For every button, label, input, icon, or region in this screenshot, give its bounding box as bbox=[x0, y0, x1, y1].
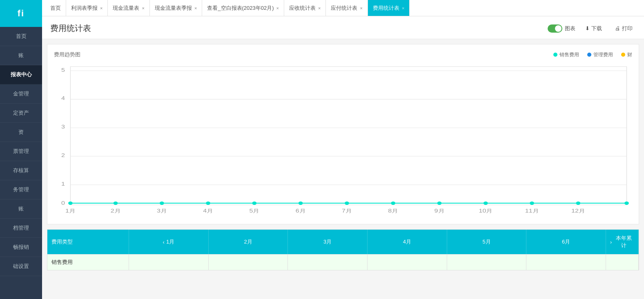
cell-ytd bbox=[606, 255, 639, 270]
tab-receivable[interactable]: 应收统计表 × bbox=[284, 0, 326, 16]
tab-blank-report[interactable]: 查看_空白报表(2023年02月) × bbox=[202, 0, 284, 16]
close-tab-receivable[interactable]: × bbox=[318, 6, 321, 11]
svg-text:2月: 2月 bbox=[111, 208, 121, 214]
tab-home[interactable]: 首页 bbox=[45, 0, 66, 16]
cell-m4 bbox=[368, 255, 447, 270]
svg-point-14 bbox=[114, 202, 118, 205]
sidebar-item-ledger[interactable]: 账 bbox=[0, 199, 42, 219]
legend-sales: 销售费用 bbox=[553, 51, 579, 58]
legend-dot-sales bbox=[553, 53, 557, 57]
download-button[interactable]: ⬇ 下载 bbox=[582, 23, 605, 34]
close-tab-profit-quarterly[interactable]: × bbox=[100, 6, 103, 11]
svg-text:4月: 4月 bbox=[203, 208, 213, 214]
content-area: 费用统计表 图表 ⬇ 下载 🖨 打印 费用趋势图 bbox=[42, 16, 644, 299]
sidebar-item-home[interactable]: 首页 bbox=[0, 27, 42, 46]
print-icon: 🖨 bbox=[615, 25, 620, 31]
cell-m5 bbox=[447, 255, 527, 270]
svg-text:6月: 6月 bbox=[296, 208, 306, 214]
sidebar: fi 首页 账 报表中心 金管理 定资产 资 票管理 存核算 务管理 账 档管理… bbox=[0, 0, 42, 299]
tab-bar: 首页 利润表季报 × 现金流量表 × 现金流量表季报 × 查看_空白报表(202… bbox=[42, 0, 644, 16]
tab-payable[interactable]: 应付统计表 × bbox=[326, 0, 368, 16]
print-button[interactable]: 🖨 打印 bbox=[612, 23, 636, 34]
sidebar-item-finance[interactable]: 金管理 bbox=[0, 84, 42, 104]
chart-toggle[interactable] bbox=[548, 24, 562, 33]
table-row: 销售费用 bbox=[47, 254, 639, 270]
legend-dot-admin bbox=[587, 53, 591, 57]
next-arrow-icon[interactable]: › bbox=[610, 239, 612, 245]
sidebar-item-settings[interactable]: 础设置 bbox=[0, 257, 42, 276]
col-month3: 3月 bbox=[288, 230, 368, 254]
svg-text:11月: 11月 bbox=[525, 208, 539, 214]
main-area: 首页 利润表季报 × 现金流量表 × 现金流量表季报 × 查看_空白报表(202… bbox=[42, 0, 644, 299]
svg-point-21 bbox=[437, 202, 442, 205]
svg-point-19 bbox=[345, 202, 349, 205]
sidebar-item-service[interactable]: 务管理 bbox=[0, 180, 42, 199]
svg-text:5: 5 bbox=[61, 67, 65, 73]
svg-text:2: 2 bbox=[61, 153, 65, 158]
sidebar-logo: fi bbox=[0, 0, 42, 27]
sidebar-item-assets[interactable]: 定资产 bbox=[0, 104, 42, 123]
prev-arrow-icon[interactable]: ‹ bbox=[163, 239, 165, 245]
tab-profit-quarterly[interactable]: 利润表季报 × bbox=[66, 0, 108, 16]
svg-text:1: 1 bbox=[61, 181, 65, 187]
svg-text:5月: 5月 bbox=[250, 208, 260, 214]
tab-cashflow[interactable]: 现金流量表 × bbox=[108, 0, 149, 16]
legend-finance: 财 bbox=[621, 51, 632, 58]
svg-text:3月: 3月 bbox=[157, 208, 167, 214]
legend-admin: 管理费用 bbox=[587, 51, 613, 58]
sidebar-item-expense[interactable]: 畅报销 bbox=[0, 238, 42, 257]
svg-point-20 bbox=[391, 202, 395, 205]
chart-title: 费用趋势图 bbox=[54, 51, 80, 58]
svg-point-22 bbox=[484, 202, 488, 205]
page-header: 费用统计表 图表 ⬇ 下载 🖨 打印 bbox=[42, 16, 644, 39]
col-month5: 5月 bbox=[447, 230, 527, 254]
page-title: 费用统计表 bbox=[50, 23, 91, 34]
chart-section: 费用趋势图 销售费用 管理费用 财 bbox=[47, 44, 639, 224]
col-month6: 6月 bbox=[526, 230, 606, 254]
svg-point-15 bbox=[160, 202, 164, 205]
close-tab-cashflow[interactable]: × bbox=[142, 6, 144, 11]
chart-svg: 5 4 3 2 1 0 bbox=[54, 62, 632, 217]
sidebar-item-invoice[interactable]: 票管理 bbox=[0, 142, 42, 161]
close-tab-blank-report[interactable]: × bbox=[276, 6, 279, 11]
legend-dot-finance bbox=[621, 53, 625, 57]
col-month4: 4月 bbox=[368, 230, 447, 254]
svg-point-17 bbox=[252, 202, 256, 205]
chart-canvas: 5 4 3 2 1 0 bbox=[54, 62, 632, 217]
chart-header: 费用趋势图 销售费用 管理费用 财 bbox=[54, 51, 632, 58]
svg-text:10月: 10月 bbox=[479, 208, 492, 214]
svg-point-25 bbox=[624, 202, 629, 205]
svg-text:0: 0 bbox=[61, 200, 65, 206]
svg-text:3: 3 bbox=[61, 124, 65, 130]
svg-rect-12 bbox=[70, 66, 626, 205]
close-tab-cashflow-quarterly[interactable]: × bbox=[194, 6, 197, 11]
sidebar-item-account[interactable]: 账 bbox=[0, 46, 42, 65]
svg-point-23 bbox=[530, 202, 534, 205]
svg-point-16 bbox=[206, 202, 210, 205]
col-month2: 2月 bbox=[209, 230, 288, 254]
cell-m2 bbox=[209, 255, 288, 270]
svg-text:4: 4 bbox=[61, 95, 65, 101]
header-actions: 图表 ⬇ 下载 🖨 打印 bbox=[548, 23, 636, 34]
cell-m1 bbox=[129, 255, 209, 270]
svg-text:9月: 9月 bbox=[435, 208, 445, 214]
close-tab-payable[interactable]: × bbox=[360, 6, 362, 11]
sidebar-item-archive[interactable]: 档管理 bbox=[0, 219, 42, 238]
data-table: 费用类型 ‹ 1月 2月 3月 4月 5月 6月 › 本年累计 销售费用 bbox=[47, 229, 639, 270]
svg-text:7月: 7月 bbox=[342, 208, 352, 214]
chart-toggle-label: 图表 bbox=[565, 25, 575, 32]
svg-point-24 bbox=[576, 202, 580, 205]
tab-cashflow-quarterly[interactable]: 现金流量表季报 × bbox=[150, 0, 202, 16]
svg-point-13 bbox=[68, 202, 73, 205]
download-icon: ⬇ bbox=[585, 25, 590, 31]
col-nav-prev[interactable]: ‹ 1月 bbox=[129, 230, 209, 254]
col-nav-next[interactable]: › 本年累计 bbox=[606, 230, 639, 254]
svg-text:8月: 8月 bbox=[388, 208, 398, 214]
sidebar-item-capital[interactable]: 资 bbox=[0, 123, 42, 142]
tab-expense-stats[interactable]: 费用统计表 × bbox=[368, 0, 410, 16]
sidebar-item-reports[interactable]: 报表中心 bbox=[0, 65, 42, 84]
sidebar-item-inventory[interactable]: 存核算 bbox=[0, 161, 42, 180]
close-tab-expense-stats[interactable]: × bbox=[402, 6, 404, 11]
chart-legend: 销售费用 管理费用 财 bbox=[553, 51, 632, 58]
svg-text:12月: 12月 bbox=[571, 208, 585, 214]
